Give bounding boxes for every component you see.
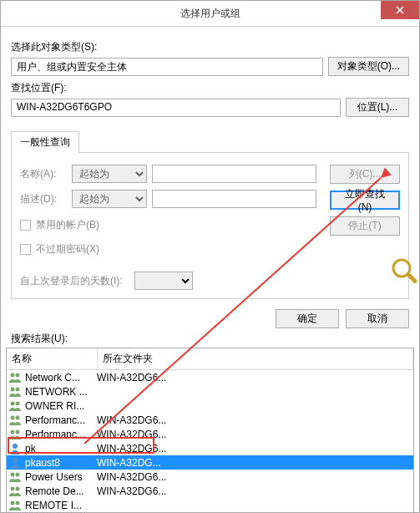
never-expire-checkbox[interactable]: 不过期密码(X) bbox=[20, 242, 316, 256]
result-name: NETWORK ... bbox=[25, 386, 97, 398]
result-folder: WIN-A32DG... bbox=[97, 457, 412, 469]
result-folder: WIN-A32DG6... bbox=[97, 372, 412, 383]
dialog-window: 选择用户或组 选择此对象类型(S): 用户、组或内置安全主体 对象类型(O)..… bbox=[0, 0, 420, 513]
result-row[interactable]: Power UsersWIN-A32DG6... bbox=[7, 470, 413, 484]
result-folder: WIN-A32DG6... bbox=[97, 429, 412, 440]
window-title: 选择用户或组 bbox=[180, 7, 240, 21]
svg-point-17 bbox=[16, 486, 20, 490]
columns-button[interactable]: 列(C)... bbox=[330, 165, 400, 184]
group-icon bbox=[8, 470, 22, 484]
stop-button[interactable]: 停止(T) bbox=[330, 216, 400, 236]
name-input[interactable] bbox=[152, 165, 316, 183]
svg-point-12 bbox=[13, 444, 18, 449]
result-folder: WIN-A32DG6... bbox=[97, 443, 412, 455]
disabled-accounts-checkbox[interactable]: 禁用的帐户(B) bbox=[20, 218, 316, 232]
location-label: 查找位置(F): bbox=[11, 81, 409, 95]
result-name: Power Users bbox=[25, 471, 97, 483]
result-folder: WIN-A32DG6... bbox=[97, 414, 412, 426]
disabled-accounts-label: 禁用的帐户(B) bbox=[36, 218, 99, 232]
close-icon bbox=[396, 6, 404, 14]
result-row[interactable]: Performanc...WIN-A32DG6... bbox=[7, 427, 413, 441]
group-icon bbox=[8, 499, 22, 512]
object-types-button[interactable]: 对象类型(O)... bbox=[328, 57, 409, 76]
never-expire-label: 不过期密码(X) bbox=[36, 242, 99, 256]
close-button[interactable] bbox=[381, 1, 419, 19]
svg-point-18 bbox=[11, 500, 15, 505]
svg-point-5 bbox=[16, 387, 20, 391]
find-now-button[interactable]: 立即查找(N) bbox=[330, 190, 400, 210]
svg-point-2 bbox=[11, 373, 15, 377]
result-folder: WIN-A32DG6... bbox=[97, 471, 412, 483]
svg-point-4 bbox=[11, 387, 15, 391]
result-row[interactable]: NETWORK ... bbox=[7, 384, 413, 399]
cancel-button[interactable]: 取消 bbox=[346, 309, 409, 328]
svg-point-11 bbox=[16, 429, 20, 434]
query-panel: 名称(A): 起始为 描述(D): 起始为 禁用的帐户(B) 不过期密码(X) … bbox=[11, 153, 409, 299]
locations-button[interactable]: 位置(L)... bbox=[346, 98, 409, 117]
days-since-login-label: 自上次登录后的天数(I): bbox=[20, 274, 123, 288]
desc-label: 描述(D): bbox=[20, 192, 67, 206]
svg-rect-1 bbox=[407, 272, 417, 283]
group-icon bbox=[8, 371, 22, 384]
ok-button[interactable]: 确定 bbox=[276, 309, 339, 328]
group-icon bbox=[8, 485, 22, 498]
checkbox-icon bbox=[20, 220, 31, 231]
svg-point-13 bbox=[13, 458, 18, 463]
column-name[interactable]: 名称 bbox=[7, 348, 98, 369]
svg-point-8 bbox=[11, 415, 15, 419]
svg-point-9 bbox=[16, 415, 20, 419]
svg-point-3 bbox=[16, 373, 20, 377]
result-row[interactable]: OWNER RI... bbox=[7, 399, 413, 413]
user-icon bbox=[8, 442, 22, 455]
result-row[interactable]: Remote De...WIN-A32DG6... bbox=[7, 484, 413, 498]
svg-point-6 bbox=[11, 401, 15, 405]
query-side-buttons: 列(C)... 立即查找(N) 停止(T) bbox=[330, 165, 400, 236]
checkbox-icon bbox=[20, 244, 31, 255]
query-tabs: 一般性查询 bbox=[11, 130, 409, 153]
desc-mode-select[interactable]: 起始为 bbox=[72, 190, 147, 208]
svg-point-16 bbox=[11, 486, 15, 490]
result-name: Network C... bbox=[25, 372, 97, 383]
result-row[interactable]: Network C...WIN-A32DG6... bbox=[7, 370, 413, 384]
result-name: pkaust8 bbox=[25, 457, 97, 469]
results-header: 名称 所在文件夹 bbox=[7, 348, 413, 370]
results-list[interactable]: 名称 所在文件夹 Network C...WIN-A32DG6...NETWOR… bbox=[6, 348, 414, 513]
result-name: Performanc... bbox=[25, 414, 97, 426]
result-name: Performanc... bbox=[25, 429, 97, 440]
svg-point-19 bbox=[16, 500, 20, 505]
svg-point-14 bbox=[11, 472, 15, 476]
location-field: WIN-A32DG6T6GPO bbox=[11, 99, 341, 117]
svg-point-7 bbox=[16, 401, 20, 405]
result-row[interactable]: pkWIN-A32DG6... bbox=[7, 441, 413, 455]
result-name: REMOTE I... bbox=[25, 500, 97, 511]
group-icon bbox=[8, 385, 22, 399]
result-name: Remote De... bbox=[25, 485, 97, 497]
group-icon bbox=[8, 414, 22, 427]
result-row[interactable]: Performanc...WIN-A32DG6... bbox=[7, 413, 413, 427]
result-row[interactable]: pkaust8WIN-A32DG... bbox=[7, 455, 413, 470]
object-type-field: 用户、组或内置安全主体 bbox=[11, 58, 323, 76]
group-icon bbox=[8, 399, 22, 413]
svg-point-10 bbox=[11, 429, 15, 434]
result-folder: WIN-A32DG6... bbox=[97, 485, 412, 497]
results-label: 搜索结果(U): bbox=[1, 328, 419, 348]
result-name: pk bbox=[25, 443, 97, 455]
result-row[interactable]: REMOTE I... bbox=[7, 498, 413, 512]
svg-point-0 bbox=[393, 260, 410, 277]
svg-point-15 bbox=[16, 472, 20, 476]
user-icon bbox=[8, 456, 22, 470]
tab-common-query[interactable]: 一般性查询 bbox=[11, 131, 79, 153]
title-bar: 选择用户或组 bbox=[1, 1, 419, 27]
dialog-body: 选择此对象类型(S): 用户、组或内置安全主体 对象类型(O)... 查找位置(… bbox=[1, 27, 419, 299]
group-icon bbox=[8, 428, 22, 441]
days-select[interactable] bbox=[134, 272, 193, 290]
column-folder[interactable]: 所在文件夹 bbox=[98, 348, 413, 369]
name-mode-select[interactable]: 起始为 bbox=[72, 165, 147, 183]
desc-input[interactable] bbox=[152, 190, 316, 208]
search-icon bbox=[385, 251, 420, 292]
dialog-buttons: 确定 取消 bbox=[1, 299, 419, 328]
result-name: OWNER RI... bbox=[25, 400, 97, 412]
object-type-label: 选择此对象类型(S): bbox=[11, 40, 409, 54]
name-label: 名称(A): bbox=[20, 167, 67, 181]
